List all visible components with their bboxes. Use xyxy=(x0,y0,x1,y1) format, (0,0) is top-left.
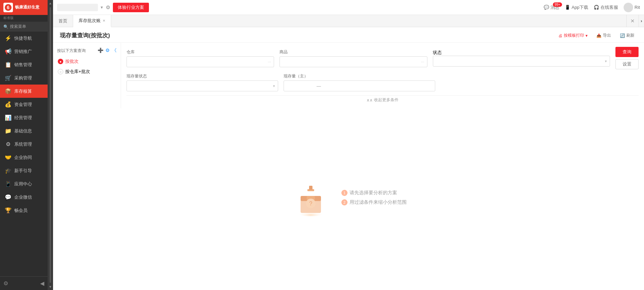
refresh-btn[interactable]: 🔄 刷新 xyxy=(617,31,637,40)
sidebar-item-members[interactable]: 🏆 畅会员 xyxy=(0,204,48,217)
tab-scroll-right[interactable]: › xyxy=(639,15,644,27)
status-label: 状态 xyxy=(433,50,442,55)
close-page-button[interactable]: ✕ xyxy=(626,15,639,27)
purchase-icon: 🛒 xyxy=(5,75,12,81)
messages-btn[interactable]: 💬 消息 99+ xyxy=(544,4,559,11)
operation-label: 经营管理 xyxy=(14,115,32,121)
dropdown-arrow-icon[interactable]: ▾ xyxy=(101,5,103,10)
inventory-label: 库存核算 xyxy=(14,88,32,94)
status-dropdown-icon[interactable]: ▾ xyxy=(605,59,607,64)
filter-sidebar-header: 按以下方案查询 ➕ ⚙ 《 xyxy=(53,46,121,56)
sidebar-item-basic-info[interactable]: 📁 基础信息 xyxy=(0,124,48,138)
enterprise-icon: 🤝 xyxy=(5,154,12,161)
tip-num-1: 1 xyxy=(341,190,348,196)
close-tab-button[interactable]: × xyxy=(103,18,105,23)
product-dots-icon[interactable]: ··· xyxy=(421,59,424,64)
svg-text:?: ? xyxy=(309,201,312,206)
enterprise-label: 企业协同 xyxy=(14,155,32,161)
warehouse-field: 仓库 ··· xyxy=(126,49,274,67)
qty-min-input[interactable] xyxy=(287,84,314,89)
search-menu-item[interactable]: 🔍 搜索菜单 xyxy=(0,22,48,32)
tab-inventory-batch[interactable]: 库存批次账 × xyxy=(73,15,111,27)
collapse-scheme-icon[interactable]: 《 xyxy=(112,48,117,54)
footer-settings-icon[interactable]: ⚙ xyxy=(3,280,8,287)
basic-info-icon: 📁 xyxy=(5,128,12,134)
tabbar: 首页 库存批次账 × ✕ › xyxy=(53,15,644,27)
inventory-status-field: 现存量状态 ▾ xyxy=(126,73,278,91)
tab-home[interactable]: 首页 xyxy=(53,15,73,27)
sidebar-item-system[interactable]: ⚙ 系统管理 xyxy=(0,138,48,151)
footer-collapse-icon[interactable]: ◀ xyxy=(40,280,44,287)
inventory-status-dropdown-icon[interactable]: ▾ xyxy=(273,84,275,88)
content-area: 现存量查询(按批次) 🖨 按模板打印 ▾ 📤 导出 🔄 刷新 xyxy=(53,27,644,290)
user-profile[interactable]: Rit xyxy=(624,3,640,12)
topbar-gear-icon[interactable]: ⚙ xyxy=(106,4,110,11)
scheme-batch-label: 按批次 xyxy=(65,58,79,65)
sidebar-item-quick-nav[interactable]: ⚡ 快捷导航 xyxy=(0,32,48,45)
query-button[interactable]: 查询 xyxy=(615,47,639,57)
product-input[interactable] xyxy=(283,59,421,64)
scheme-item-warehouse-batch[interactable]: ○ 按仓库+批次 xyxy=(53,67,121,77)
quick-nav-label: 快捷导航 xyxy=(14,35,32,41)
add-scheme-icon[interactable]: ➕ xyxy=(98,48,103,54)
sidebar-item-sales[interactable]: 📋 销售管理 xyxy=(0,58,48,71)
breadcrumb-input[interactable] xyxy=(57,4,98,11)
filter-panel: 按以下方案查询 ➕ ⚙ 《 ● 按批次 ○ 按仓库+批次 xyxy=(53,43,644,108)
status-select-wrap[interactable]: ▾ xyxy=(433,56,610,67)
print-dropdown-icon[interactable]: ▾ xyxy=(586,33,588,38)
sidebar-item-enterprise-wechat[interactable]: 💬 企业微信 xyxy=(0,191,48,204)
sidebar-item-enterprise[interactable]: 🤝 企业协同 xyxy=(0,151,48,164)
sidebar-scrollbar: ▲ ▼ xyxy=(48,0,53,290)
topbar-left: ▾ ⚙ 体验行业方案 xyxy=(57,3,540,12)
system-icon: ⚙ xyxy=(5,141,12,147)
online-service-btn[interactable]: 🎧 在线客服 xyxy=(594,4,618,11)
search-icon: 🔍 xyxy=(3,24,9,29)
print-btn[interactable]: 🖨 按模板打印 ▾ xyxy=(556,31,590,40)
product-input-wrap[interactable]: ··· xyxy=(279,56,427,67)
sales-label: 销售管理 xyxy=(14,62,32,68)
qty-field: 现存量（主） — xyxy=(284,73,435,91)
scroll-down-arrow[interactable]: ▼ xyxy=(47,284,53,290)
app-logo: 6 xyxy=(3,3,13,12)
user-avatar xyxy=(624,3,633,12)
sidebar-item-guide[interactable]: 🎓 新手引导 xyxy=(0,164,48,177)
warehouse-input[interactable] xyxy=(130,59,268,64)
scheme-item-batch[interactable]: ● 按批次 xyxy=(53,56,121,67)
inventory-icon: 📦 xyxy=(5,88,12,94)
filter-sidebar-title: 按以下方案查询 xyxy=(57,48,86,54)
experience-btn[interactable]: 体验行业方案 xyxy=(113,3,149,12)
app-download-btn[interactable]: 📱 App下载 xyxy=(565,4,588,11)
sidebar-item-purchase[interactable]: 🛒 采购管理 xyxy=(0,71,48,85)
qty-max-input[interactable] xyxy=(324,84,351,89)
scheme-dot-gray: ○ xyxy=(58,69,63,74)
inventory-status-select[interactable] xyxy=(130,84,273,89)
sidebar: 6 畅康通好生意 标准版 🔍 搜索菜单 ⚡ 快捷导航 📢 营销推广 📋 销售管理… xyxy=(0,0,48,290)
basic-info-label: 基础信息 xyxy=(14,128,32,134)
filter-actions: 查询 设置 xyxy=(615,47,639,69)
collapse-more-btn[interactable]: ∧∧ 收起更多条件 xyxy=(126,95,639,104)
warehouse-input-wrap[interactable]: ··· xyxy=(126,56,274,67)
warehouse-dots-icon[interactable]: ··· xyxy=(268,59,271,64)
phone-icon: 📱 xyxy=(565,5,570,10)
inventory-status-select-wrap[interactable]: ▾ xyxy=(126,80,278,91)
filter-sidebar: 按以下方案查询 ➕ ⚙ 《 ● 按批次 ○ 按仓库+批次 xyxy=(53,43,121,108)
tip-num-2: 2 xyxy=(341,199,348,205)
sidebar-item-finance[interactable]: 💰 资金管理 xyxy=(0,98,48,111)
sidebar-item-marketing[interactable]: 📢 营销推广 xyxy=(0,45,48,58)
tab-inventory-batch-label: 库存批次账 xyxy=(79,18,101,24)
sidebar-item-operation[interactable]: 📊 经营管理 xyxy=(0,111,48,124)
scroll-up-arrow[interactable]: ▲ xyxy=(47,0,53,6)
topbar: ▾ ⚙ 体验行业方案 💬 消息 99+ 📱 App下载 🎧 在线客服 Rit xyxy=(53,0,644,15)
refresh-label: 刷新 xyxy=(626,33,634,38)
tab-home-label: 首页 xyxy=(58,18,67,24)
filter-main: 仓库 ··· 商品 ··· 状态 xyxy=(121,43,644,108)
empty-tip-1: 1 请先选择要分析的方案 xyxy=(341,190,407,196)
sidebar-item-app-center[interactable]: 📱 应用中心 xyxy=(0,177,48,191)
edit-scheme-icon[interactable]: ⚙ xyxy=(105,48,110,54)
sidebar-item-inventory[interactable]: 📦 库存核算 xyxy=(0,85,48,98)
topbar-right: 💬 消息 99+ 📱 App下载 🎧 在线客服 Rit xyxy=(544,3,640,12)
settings-button[interactable]: 设置 xyxy=(615,59,639,69)
marketing-label: 营销推广 xyxy=(14,49,32,55)
app-center-label: 应用中心 xyxy=(14,181,32,187)
export-btn[interactable]: 📤 导出 xyxy=(594,31,614,40)
